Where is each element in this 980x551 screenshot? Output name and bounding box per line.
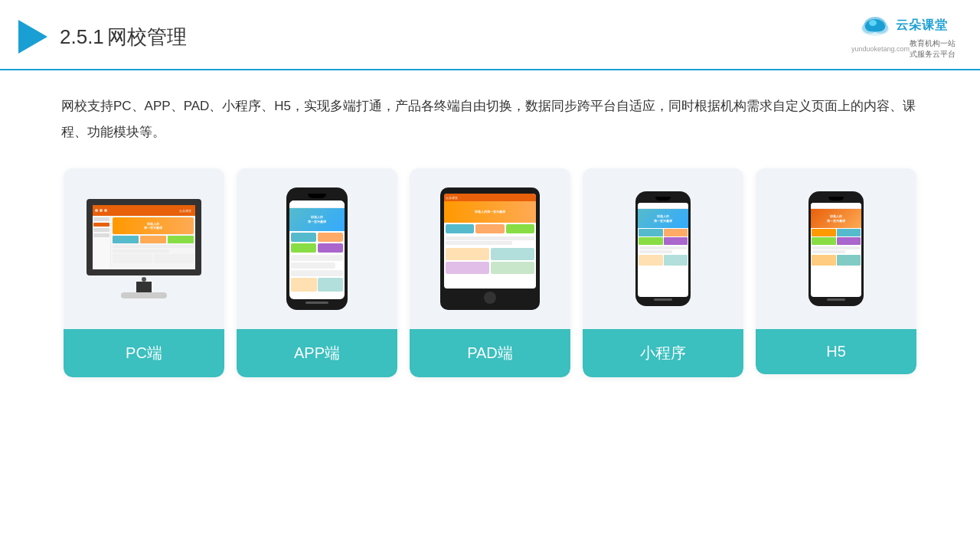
h5-phone-mockup: 职逃人的第一堂兴趣课 <box>808 191 864 306</box>
logo-cloud: 云朵课堂 <box>859 14 948 37</box>
pad-image-area: 云朵课堂 职逃人的第一堂兴趣课 <box>410 168 570 329</box>
pc-label: PC端 <box>64 329 224 377</box>
pc-card: 云朵课堂 <box>64 168 224 377</box>
page-header: 2.5.1网校管理 云朵课堂 yunduoketang.com 教育机构一站 <box>0 0 980 70</box>
logo-text: 云朵课堂 <box>896 18 948 34</box>
pad-card: 云朵课堂 职逃人的第一堂兴趣课 <box>410 168 570 377</box>
header-left: 2.5.1网校管理 <box>18 20 190 54</box>
h5-phone-bar <box>827 298 845 301</box>
description-content: 网校支持PC、APP、PAD、小程序、H5，实现多端打通，产品各终端自由切换，数… <box>61 99 916 139</box>
h5-card: 职逃人的第一堂兴趣课 <box>756 168 916 374</box>
tablet-home-button <box>484 292 496 304</box>
mini-phone-bar <box>654 298 672 301</box>
app-label: APP端 <box>237 329 397 377</box>
device-cards-container: 云朵课堂 <box>0 153 980 400</box>
svg-point-7 <box>869 20 877 26</box>
app-card: 职逃人的第一堂兴趣课 <box>237 168 397 377</box>
pc-monitor-icon: 云朵课堂 <box>87 199 201 298</box>
miniapp-phone-mockup: 职逃人的第一堂兴趣课 <box>635 191 691 306</box>
logo-subtitle-1: 教育机构一站 <box>910 38 956 49</box>
h5-phone-screen: 职逃人的第一堂兴趣课 <box>811 203 861 297</box>
play-icon <box>18 20 47 54</box>
miniapp-card: 职逃人的第一堂兴趣课 <box>583 168 743 377</box>
title-prefix: 2.5.1 <box>60 25 104 48</box>
pad-label: PAD端 <box>410 329 570 377</box>
pc-image-area: 云朵课堂 <box>64 168 224 329</box>
h5-image-area: 职逃人的第一堂兴趣课 <box>756 168 916 329</box>
page-title: 2.5.1网校管理 <box>60 24 190 51</box>
mini-phone-screen: 职逃人的第一堂兴趣课 <box>638 203 688 297</box>
monitor-screen: 云朵课堂 <box>87 199 201 276</box>
app-image-area: 职逃人的第一堂兴趣课 <box>237 168 397 329</box>
tablet-screen: 云朵课堂 职逃人的第一堂兴趣课 <box>444 194 536 289</box>
logo-subtitle-2: 式服务云平台 <box>910 49 956 60</box>
logo-url: yunduoketang.com <box>851 45 910 53</box>
miniapp-label: 小程序 <box>583 329 743 377</box>
mini-phone-notch <box>655 197 671 201</box>
app-phone-mockup: 职逃人的第一堂兴趣课 <box>286 187 348 310</box>
phone-notch <box>308 194 326 198</box>
cloud-logo-icon <box>859 14 891 37</box>
title-main: 网校管理 <box>107 25 187 48</box>
description-text: 网校支持PC、APP、PAD、小程序、H5，实现多端打通，产品各终端自由切换，数… <box>0 70 980 153</box>
phone-screen: 职逃人的第一堂兴趣课 <box>289 201 345 299</box>
miniapp-image-area: 职逃人的第一堂兴趣课 <box>583 168 743 329</box>
logo-area: 云朵课堂 yunduoketang.com 教育机构一站 式服务云平台 <box>851 14 956 60</box>
h5-label: H5 <box>756 329 916 374</box>
h5-phone-notch <box>828 197 844 201</box>
tablet-mockup: 云朵课堂 职逃人的第一堂兴趣课 <box>440 187 540 310</box>
phone-home-bar <box>305 302 328 304</box>
